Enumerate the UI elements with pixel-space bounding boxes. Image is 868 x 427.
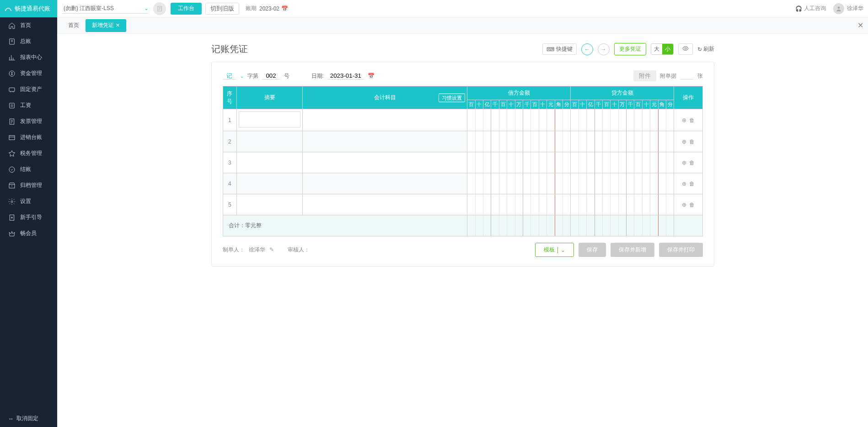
summary-cell[interactable] bbox=[237, 131, 303, 152]
sidebar-item-archive[interactable]: 归档管理 bbox=[0, 177, 57, 193]
calendar-icon[interactable]: 📅 bbox=[281, 5, 288, 12]
summary-cell[interactable] bbox=[237, 173, 303, 194]
sidebar-item-settle[interactable]: 结账 bbox=[0, 161, 57, 177]
guide-icon bbox=[8, 214, 16, 221]
digit-col: 元 bbox=[547, 100, 555, 109]
old-version-button[interactable]: 切到旧版 bbox=[205, 3, 239, 15]
credit-cell[interactable] bbox=[571, 152, 674, 173]
summary-cell[interactable] bbox=[237, 194, 303, 215]
total-debit bbox=[467, 215, 571, 236]
habit-settings-button[interactable]: 习惯设置 bbox=[439, 93, 465, 102]
account-cell[interactable] bbox=[303, 173, 467, 194]
save-new-button[interactable]: 保存并新增 bbox=[611, 243, 654, 257]
account-cell[interactable] bbox=[303, 152, 467, 173]
shortcut-button[interactable]: ⌨ 快捷键 bbox=[542, 43, 577, 55]
size-small-option[interactable]: 小 bbox=[662, 44, 673, 54]
sidebar: 畅捷通易代账 首页总账报表中心资金管理固定资产工资发票管理进销台账税务管理结账归… bbox=[0, 0, 57, 427]
sidebar-item-guide[interactable]: 新手引导 bbox=[0, 209, 57, 225]
delete-row-icon[interactable]: 🗑 bbox=[689, 139, 695, 145]
debit-cell[interactable] bbox=[467, 152, 571, 173]
edit-maker-icon[interactable]: ✎ bbox=[269, 246, 274, 253]
account-cell[interactable] bbox=[303, 131, 467, 152]
voucher-number-input[interactable] bbox=[262, 72, 280, 80]
doc-icon[interactable] bbox=[153, 2, 166, 15]
table-row: 4⊕🗑 bbox=[223, 173, 702, 194]
op-cell: ⊕🗑 bbox=[674, 131, 702, 152]
sidebar-pin-toggle[interactable]: ↔ 取消固定 bbox=[0, 410, 57, 427]
copy-row-icon[interactable]: ⊕ bbox=[682, 117, 686, 123]
size-large-option[interactable]: 大 bbox=[651, 44, 662, 54]
refresh-button[interactable]: ↻ 刷新 bbox=[697, 45, 714, 53]
sidebar-item-ledger[interactable]: 总账 bbox=[0, 33, 57, 49]
sidebar-item-asset[interactable]: 固定资产 bbox=[0, 81, 57, 97]
copy-row-icon[interactable]: ⊕ bbox=[682, 181, 686, 187]
save-print-button[interactable]: 保存并打印 bbox=[659, 243, 703, 257]
sidebar-item-home[interactable]: 首页 bbox=[0, 17, 57, 33]
company-selector[interactable]: (勿删) 江西眼室-LSS ⌄ bbox=[62, 4, 149, 14]
digit-col: 千 bbox=[523, 100, 530, 109]
save-button[interactable]: 保存 bbox=[579, 243, 606, 257]
more-vouchers-button[interactable]: 更多凭证 bbox=[614, 43, 646, 55]
op-cell: ⊕🗑 bbox=[674, 194, 702, 215]
sidebar-item-label: 报表中心 bbox=[20, 53, 42, 61]
debit-cell[interactable] bbox=[467, 173, 571, 194]
sidebar-item-settings[interactable]: 设置 bbox=[0, 193, 57, 209]
sidebar-item-invoice[interactable]: 发票管理 bbox=[0, 113, 57, 129]
voucher-type-input[interactable] bbox=[223, 72, 236, 80]
consult-link[interactable]: 🎧 人工咨询 bbox=[795, 5, 826, 12]
summary-cell[interactable] bbox=[237, 109, 303, 131]
tab-首页[interactable]: 首页 bbox=[62, 19, 86, 32]
copy-row-icon[interactable]: ⊕ bbox=[682, 160, 686, 166]
sidebar-item-jxc[interactable]: 进销台账 bbox=[0, 129, 57, 145]
svg-rect-5 bbox=[9, 135, 15, 139]
op-cell: ⊕🗑 bbox=[674, 152, 702, 173]
debit-cell[interactable] bbox=[467, 109, 571, 131]
credit-cell[interactable] bbox=[571, 131, 674, 152]
workbench-button[interactable]: 工作台 bbox=[171, 3, 202, 15]
app-name: 畅捷通易代账 bbox=[15, 5, 50, 13]
credit-cell[interactable] bbox=[571, 109, 674, 131]
copy-row-icon[interactable]: ⊕ bbox=[682, 139, 686, 145]
voucher-card: ⌄ 字第 号 日期: 📅 附件 附单据 张 bbox=[211, 62, 714, 267]
sidebar-item-salary[interactable]: 工资 bbox=[0, 97, 57, 113]
date-calendar-icon[interactable]: 📅 bbox=[368, 73, 375, 79]
digit-col: 角 bbox=[658, 100, 666, 109]
credit-cell[interactable] bbox=[571, 173, 674, 194]
sidebar-item-tax[interactable]: 税务管理 bbox=[0, 145, 57, 161]
voucher-date-input[interactable] bbox=[327, 72, 364, 80]
delete-row-icon[interactable]: 🗑 bbox=[689, 202, 695, 208]
close-tab-icon[interactable]: ✕ bbox=[857, 21, 863, 30]
sidebar-item-vip[interactable]: 畅会员 bbox=[0, 225, 57, 241]
sidebar-item-label: 结账 bbox=[20, 165, 31, 173]
summary-input[interactable] bbox=[239, 111, 300, 128]
sidebar-item-label: 进销台账 bbox=[20, 133, 42, 141]
maker-name: 徐泽华 bbox=[249, 246, 265, 253]
template-button[interactable]: 模板 ⌄ bbox=[535, 243, 574, 257]
sidebar-item-fund[interactable]: 资金管理 bbox=[0, 65, 57, 81]
attachment-count-input[interactable] bbox=[680, 72, 694, 80]
account-cell[interactable] bbox=[303, 194, 467, 215]
next-voucher-button[interactable]: → bbox=[598, 43, 610, 55]
preview-button[interactable] bbox=[678, 43, 693, 55]
sidebar-item-label: 归档管理 bbox=[20, 181, 42, 189]
delete-row-icon[interactable]: 🗑 bbox=[689, 160, 695, 166]
tab-新增凭证[interactable]: 新增凭证✕ bbox=[86, 19, 126, 32]
debit-cell[interactable] bbox=[467, 131, 571, 152]
tab-close-icon[interactable]: ✕ bbox=[116, 22, 120, 28]
salary-icon bbox=[8, 102, 16, 109]
summary-cell[interactable] bbox=[237, 152, 303, 173]
attachment-button[interactable]: 附件 bbox=[633, 70, 656, 81]
delete-row-icon[interactable]: 🗑 bbox=[689, 117, 695, 123]
voucher-type-chevron-icon[interactable]: ⌄ bbox=[240, 74, 244, 79]
sidebar-item-chart[interactable]: 报表中心 bbox=[0, 49, 57, 65]
user-menu[interactable]: 徐泽华 bbox=[833, 3, 863, 14]
prev-voucher-button[interactable]: ← bbox=[581, 43, 593, 55]
hao-label: 号 bbox=[284, 72, 289, 80]
sidebar-footer-label: 取消固定 bbox=[16, 415, 38, 422]
copy-row-icon[interactable]: ⊕ bbox=[682, 202, 686, 208]
account-cell[interactable] bbox=[303, 109, 467, 131]
delete-row-icon[interactable]: 🗑 bbox=[689, 181, 695, 187]
debit-cell[interactable] bbox=[467, 194, 571, 215]
credit-cell[interactable] bbox=[571, 194, 674, 215]
period-value[interactable]: 2023-02 bbox=[259, 5, 279, 12]
